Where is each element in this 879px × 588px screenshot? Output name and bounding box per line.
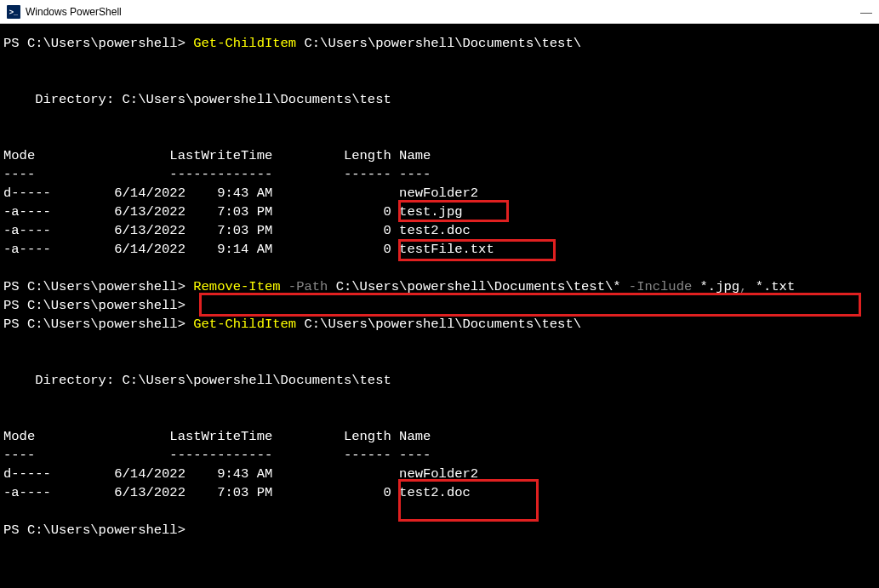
terminal-output[interactable]: PS C:\Users\powershell> Get-ChildItem C:… [0, 24, 879, 588]
window-title: Windows PowerShell [26, 6, 122, 18]
cmd-arg: C:\Users\powershell\Documents\test\ [296, 317, 581, 332]
directory-listing: d----- 6/14/2022 9:43 AM newFolder2 -a--… [3, 186, 494, 257]
prompt: PS C:\Users\powershell> [3, 279, 186, 294]
comma: , [739, 279, 747, 294]
cmd-arg: *.txt [747, 279, 795, 294]
highlight-box [199, 293, 861, 317]
directory-listing: d----- 6/14/2022 9:43 AM newFolder2 -a--… [3, 466, 478, 500]
window-titlebar: >_ Windows PowerShell — [0, 0, 879, 24]
prompt: PS C:\Users\powershell> [3, 298, 186, 313]
table-header-sep: ---- ------------- ------ ---- [3, 448, 431, 463]
table-header: Mode LastWriteTime Length Name [3, 429, 431, 444]
table-header-sep: ---- ------------- ------ ---- [3, 167, 431, 182]
powershell-icon: >_ [7, 5, 20, 19]
cmdlet: Remove-Item [186, 279, 281, 294]
prompt: PS C:\Users\powershell> [3, 522, 186, 538]
table-header: Mode LastWriteTime Length Name [3, 148, 431, 163]
cmd-arg: C:\Users\powershell\Documents\test\* [328, 279, 620, 294]
param: -Path [281, 279, 328, 294]
cmdlet: Get-ChildItem [186, 36, 296, 51]
cmd-arg: *.jpg [692, 279, 739, 294]
cmdlet: Get-ChildItem [186, 317, 296, 332]
param: -Include [621, 279, 693, 294]
prompt: PS C:\Users\powershell> [3, 317, 186, 332]
directory-line: Directory: C:\Users\powershell\Documents… [3, 92, 391, 107]
minimize-button[interactable]: — [860, 5, 872, 19]
directory-line: Directory: C:\Users\powershell\Documents… [3, 373, 391, 388]
prompt: PS C:\Users\powershell> [3, 36, 186, 51]
cmd-arg: C:\Users\powershell\Documents\test\ [296, 36, 581, 51]
